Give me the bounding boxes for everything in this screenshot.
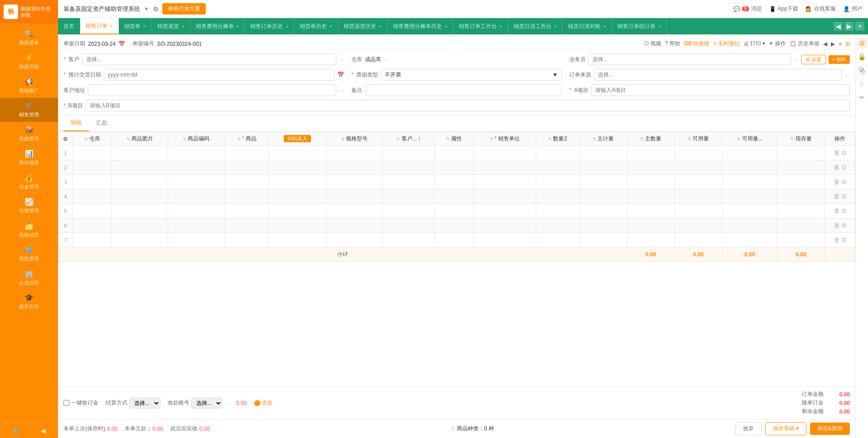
header-app-download[interactable]: 📱App下载 bbox=[769, 5, 798, 13]
row-copy-icon[interactable]: ⧉ bbox=[842, 149, 846, 157]
customer-input[interactable] bbox=[82, 53, 336, 65]
delivery-date-input[interactable] bbox=[104, 69, 335, 81]
row-code-cell[interactable] bbox=[168, 218, 224, 233]
row-code-cell[interactable] bbox=[168, 189, 224, 204]
settlement-select[interactable]: 选择... bbox=[129, 398, 160, 409]
row-warehouse-cell[interactable] bbox=[73, 233, 112, 247]
row-copy-icon[interactable]: ⧉ bbox=[842, 236, 846, 244]
sort-icon[interactable]: ⇅ bbox=[84, 136, 88, 141]
row-customer-cell[interactable] bbox=[383, 175, 435, 189]
invoice-type-select[interactable]: 不开票 ▼ bbox=[381, 69, 562, 81]
tab-close-sales-order-summary[interactable]: × bbox=[658, 24, 661, 29]
shortcut-btn[interactable]: ⌨ 快捷键 bbox=[684, 40, 709, 48]
profit-btn[interactable]: ≡ 毛利预估 bbox=[713, 40, 739, 48]
sidebar-item-inventory[interactable]: 📊 库存核算 bbox=[0, 146, 58, 170]
row-delete-icon[interactable]: 🗑 bbox=[834, 207, 840, 215]
calendar-icon[interactable]: 📅 bbox=[118, 41, 125, 47]
row-attr-cell[interactable] bbox=[435, 233, 473, 247]
row-mq-cell[interactable] bbox=[627, 160, 674, 175]
row-product-cell[interactable] bbox=[224, 189, 269, 204]
row-qty2-cell[interactable] bbox=[536, 160, 579, 175]
delivery-date-calendar-icon[interactable]: 📅 bbox=[337, 72, 344, 78]
a-project-input[interactable] bbox=[591, 84, 850, 96]
row-qty2-cell[interactable] bbox=[536, 189, 579, 204]
row-mq-cell[interactable] bbox=[627, 233, 674, 247]
row-qty2-cell[interactable] bbox=[536, 175, 579, 189]
row-copy-icon[interactable]: ⧉ bbox=[842, 221, 846, 229]
row-attr-cell[interactable] bbox=[435, 160, 473, 175]
sort-icon-unit[interactable]: ⇅ bbox=[490, 136, 493, 141]
row-code-cell[interactable] bbox=[168, 204, 224, 218]
sort-icon-prod[interactable]: ⇅ bbox=[237, 136, 241, 141]
right-sidebar-lock-icon[interactable]: 🔒 bbox=[857, 52, 867, 62]
grid-view-icon[interactable]: ⊞ bbox=[845, 41, 850, 47]
col-settings[interactable]: ⚙ bbox=[58, 132, 73, 146]
header-settings-icon[interactable]: ⚙ bbox=[153, 5, 159, 13]
address-more-icon[interactable]: ··· bbox=[339, 87, 344, 94]
save-new-button[interactable]: 保存&新增 bbox=[810, 423, 850, 435]
row-product-cell[interactable] bbox=[224, 160, 269, 175]
sidebar-item-operation[interactable]: 📈 经营管理 bbox=[0, 194, 58, 218]
row-warehouse-cell[interactable] bbox=[73, 204, 112, 218]
tab-sales-order[interactable]: 销售订单× bbox=[80, 18, 119, 34]
add-payment-btn[interactable]: 🟠 添加 bbox=[254, 399, 272, 407]
tab-close-sales-order[interactable]: × bbox=[110, 24, 113, 29]
tab-close-sales-order-workbench[interactable]: × bbox=[499, 24, 502, 29]
tab-nav-right-btn[interactable]: ▶ bbox=[844, 22, 853, 31]
settings-btn[interactable]: ⚙ 设置 bbox=[801, 55, 825, 64]
nav-next-icon[interactable]: ▶ bbox=[831, 41, 835, 47]
sidebar-item-enterprise[interactable]: 🏢 企业协同 bbox=[0, 266, 58, 290]
sidebar-item-search[interactable]: 🔍 搜索菜单 bbox=[0, 26, 58, 50]
row-unit-cell[interactable] bbox=[473, 175, 536, 189]
customer-more-icon[interactable]: ··· bbox=[339, 56, 344, 63]
row-product-cell[interactable] bbox=[224, 146, 269, 160]
row-attr-cell[interactable] bbox=[435, 189, 473, 204]
row-spec-cell[interactable] bbox=[326, 189, 383, 204]
sidebar-item-base-info[interactable]: 🗂️ 基础信息 bbox=[0, 218, 58, 242]
address-input[interactable] bbox=[88, 84, 336, 96]
tab-sales-order-history[interactable]: 销售订单历史× bbox=[245, 18, 294, 34]
info-icon[interactable]: ℹ bbox=[418, 135, 421, 142]
settings-icon[interactable]: ⚙️ bbox=[12, 427, 20, 434]
row-code-cell[interactable] bbox=[168, 233, 224, 247]
row-code-cell[interactable] bbox=[168, 160, 224, 175]
save-draft-arrow-icon[interactable]: ▾ bbox=[796, 425, 799, 432]
row-spec-cell[interactable] bbox=[326, 160, 383, 175]
row-spec-cell[interactable] bbox=[326, 175, 383, 189]
sort-icon-muom[interactable]: ⇅ bbox=[592, 136, 596, 141]
remark-input[interactable] bbox=[365, 84, 562, 96]
sort-icon-attr[interactable]: ⇅ bbox=[446, 136, 450, 141]
row-warehouse-cell[interactable] bbox=[73, 146, 112, 160]
bank-account-select[interactable]: 选择... bbox=[191, 398, 223, 409]
tab-sales-order-summary[interactable]: 销售订单统计表× bbox=[612, 18, 667, 34]
sort-icon-aq2[interactable]: ⇅ bbox=[737, 136, 740, 141]
order-source-input[interactable] bbox=[594, 69, 842, 81]
header-user[interactable]: 👤用户 bbox=[843, 5, 863, 13]
nav-prev-icon[interactable]: ◀ bbox=[823, 41, 827, 47]
row-spec-cell[interactable] bbox=[326, 146, 383, 160]
row-copy-icon[interactable]: ⧉ bbox=[842, 207, 846, 215]
tab-nav-left-btn[interactable]: ◀ bbox=[834, 22, 843, 31]
row-product-cell[interactable] bbox=[224, 204, 269, 218]
tab-sales-return[interactable]: 销货单× bbox=[119, 18, 152, 34]
warehouse-value[interactable]: 成品库 bbox=[365, 56, 381, 63]
row-unit-cell[interactable] bbox=[473, 160, 536, 175]
row-copy-icon[interactable]: ⧉ bbox=[842, 193, 846, 200]
save-draft-button[interactable]: 保存草稿 ▾ bbox=[765, 422, 806, 435]
sort-icon-aq[interactable]: ⇅ bbox=[688, 136, 691, 141]
sidebar-item-quick-nav[interactable]: ⚡ 快捷导航 bbox=[0, 50, 58, 74]
header-message[interactable]: 💬9消息 bbox=[733, 5, 762, 13]
row-mq-cell[interactable] bbox=[627, 189, 674, 204]
row-copy-icon[interactable]: ⧉ bbox=[842, 178, 846, 186]
tab-home[interactable]: 首页 bbox=[58, 18, 80, 34]
row-customer-cell[interactable] bbox=[383, 233, 435, 247]
tab-sales-order-workbench[interactable]: 销售订单工作台× bbox=[453, 18, 508, 34]
row-delete-icon[interactable]: 🗑 bbox=[834, 236, 840, 244]
row-qty2-cell[interactable] bbox=[536, 204, 579, 218]
row-unit-cell[interactable] bbox=[473, 218, 536, 233]
sidebar-item-purchase[interactable]: 📦 采购管理 bbox=[0, 122, 58, 146]
row-unit-cell[interactable] bbox=[473, 233, 536, 247]
add-material-btn[interactable]: + 物料 bbox=[829, 55, 850, 64]
tab-close-cash-daily-account[interactable]: × bbox=[603, 24, 606, 29]
tab-summary[interactable]: 汇总 bbox=[89, 116, 114, 131]
